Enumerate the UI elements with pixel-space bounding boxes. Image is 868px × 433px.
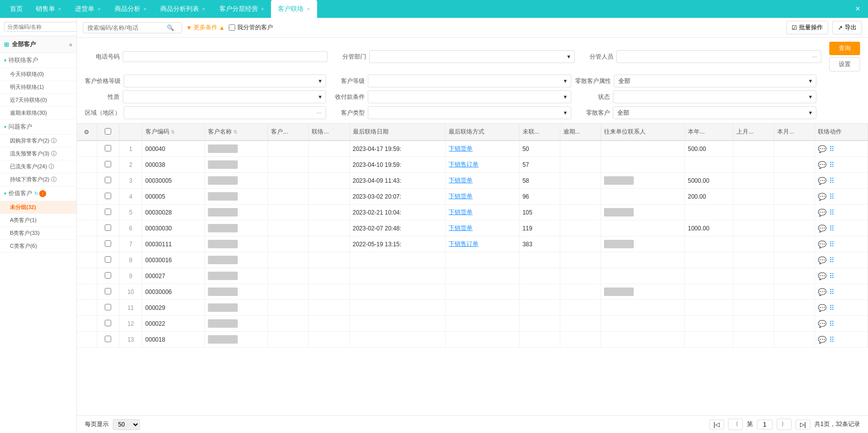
td-checkbox[interactable] [97, 284, 119, 300]
more-icon[interactable]: ⠿ [829, 256, 834, 264]
chat-icon[interactable]: 💬 [818, 209, 826, 216]
sidebar-item-today[interactable]: 今天待联络(0) [0, 68, 76, 81]
sidebar-all-customers[interactable]: ⊞ 全部客户 « [0, 36, 76, 53]
td-checkbox[interactable] [97, 220, 119, 236]
more-icon[interactable]: ⠿ [829, 272, 834, 280]
close-tab-analysis-list[interactable]: × [202, 6, 205, 12]
more-icon[interactable]: ⠿ [829, 145, 834, 153]
filter-sparse-attr-select[interactable]: 全部▾ [614, 74, 816, 87]
th-last-date[interactable]: 最后联络日期 [349, 124, 446, 141]
nav-tab-analysis[interactable]: 商品分析 × [108, 0, 153, 18]
chat-icon[interactable]: 💬 [818, 193, 826, 201]
nav-tab-analysis-list[interactable]: 商品分析列表 × [153, 0, 212, 18]
row-checkbox[interactable] [105, 336, 111, 342]
td-checkbox[interactable] [97, 268, 119, 284]
next-page-button[interactable]: 〉 [777, 419, 792, 430]
filter-nature-select[interactable]: ▾ [123, 90, 326, 103]
nav-tab-customer-contact[interactable]: 客户联络 × [271, 0, 317, 18]
more-icon[interactable]: ⠿ [829, 161, 834, 169]
row-checkbox[interactable] [105, 145, 111, 151]
th-checkbox[interactable] [97, 124, 119, 141]
filter-more-conditions[interactable]: ▼ 更多条件 ▲ [186, 23, 225, 32]
chat-icon[interactable]: 💬 [818, 177, 826, 185]
prev-page-button[interactable]: 〈 [728, 419, 743, 430]
td-checkbox[interactable] [97, 332, 119, 348]
filter-person-select[interactable]: ··· [616, 50, 821, 63]
th-settings[interactable]: ⚙ [77, 124, 97, 141]
row-checkbox[interactable] [105, 224, 111, 231]
more-icon[interactable]: ⠿ [829, 336, 834, 344]
more-icon[interactable]: ⠿ [829, 288, 834, 296]
more-icon[interactable]: ⠿ [829, 177, 834, 185]
th-contact[interactable]: 联络... [309, 124, 349, 141]
first-page-button[interactable]: |◁ [709, 420, 724, 430]
row-checkbox[interactable] [105, 320, 111, 326]
filter-customer-level-select[interactable]: ▾ [368, 74, 571, 87]
row-checkbox[interactable] [105, 193, 111, 199]
filter-phone-input[interactable] [123, 51, 328, 62]
td-checkbox[interactable] [97, 141, 119, 157]
th-type[interactable]: 客户... [268, 124, 309, 141]
td-last-method[interactable]: 下销货单 [446, 189, 519, 205]
filter-search-input[interactable] [87, 24, 167, 31]
page-size-select[interactable]: 50 100 200 [113, 419, 140, 430]
td-checkbox[interactable] [97, 189, 119, 205]
my-customers-checkbox[interactable] [229, 24, 235, 31]
th-this-month[interactable]: 本月... [774, 124, 815, 141]
sidebar-item-ungroup[interactable]: 未分组(32) [0, 201, 76, 214]
sidebar-item-tomorrow[interactable]: 明天待联络(1) [0, 81, 76, 94]
filter-price-level-select[interactable]: ▾ [124, 74, 326, 87]
td-checkbox[interactable] [97, 205, 119, 220]
filter-customer-type-select[interactable]: ▾ [368, 106, 571, 119]
td-last-method[interactable]: 下销售订单 [446, 157, 519, 173]
batch-operation-button[interactable]: ☑ 批量操作 [786, 21, 828, 34]
sidebar-item-abnormal[interactable]: 因购异常客户(2) ⓘ [0, 135, 76, 147]
export-button[interactable]: ↗ 导出 [832, 21, 862, 34]
th-name[interactable]: 客户名称 ⇅ [205, 124, 268, 141]
filter-search-icon[interactable]: 🔍 [167, 24, 174, 31]
window-close-button[interactable]: × [852, 4, 864, 13]
chat-icon[interactable]: 💬 [818, 161, 826, 169]
sidebar-group-pending[interactable]: ▾ 待联络客户 [0, 53, 76, 68]
td-checkbox[interactable] [97, 157, 119, 173]
td-last-method[interactable]: 下销货单 [446, 205, 519, 220]
row-checkbox[interactable] [105, 288, 111, 294]
sidebar-item-declining[interactable]: 持续下滑客户(2) ⓘ [0, 173, 76, 186]
th-unit-contact[interactable]: 往来单位联系人 [601, 124, 684, 141]
filter-status-select[interactable]: ▾ [613, 90, 816, 103]
td-last-method[interactable]: 下销货单 [446, 173, 519, 189]
row-checkbox[interactable] [105, 240, 111, 247]
th-code[interactable]: 客户编码 ⇅ [142, 124, 204, 141]
th-uncontact[interactable]: 未联... [519, 124, 560, 141]
sidebar-item-churn-warn[interactable]: 流失预警客户(3) ⓘ [0, 147, 76, 160]
td-checkbox[interactable] [97, 173, 119, 189]
more-icon[interactable]: ⠿ [829, 193, 834, 201]
close-tab-analysis[interactable]: × [143, 6, 146, 12]
chat-icon[interactable]: 💬 [818, 272, 826, 280]
reset-button[interactable]: 设置 [829, 57, 860, 72]
filter-search-box[interactable]: 🔍 [83, 22, 182, 33]
sidebar-item-7days[interactable]: 近7天待联络(0) [0, 94, 76, 107]
select-all-checkbox[interactable] [105, 128, 111, 135]
row-checkbox[interactable] [105, 209, 111, 215]
query-button[interactable]: 查询 [829, 42, 860, 55]
nav-tab-sales[interactable]: 销售单 × [29, 0, 68, 18]
chat-icon[interactable]: 💬 [818, 320, 826, 328]
more-icon[interactable]: ⠿ [829, 240, 834, 248]
sidebar-group-problem[interactable]: ▾ 问题客户 [0, 120, 76, 135]
sidebar-group-value[interactable]: ▾ 价值客户 ↻ ! [0, 186, 76, 201]
chat-icon[interactable]: 💬 [818, 145, 826, 153]
sidebar-search-input[interactable] [4, 22, 77, 32]
sidebar-item-class-b[interactable]: B类客户(33) [0, 227, 76, 240]
td-checkbox[interactable] [97, 252, 119, 268]
refresh-icon[interactable]: ↻ [34, 191, 38, 196]
last-page-button[interactable]: ▷| [796, 420, 810, 430]
th-last-method[interactable]: 最后联络方式 [446, 124, 519, 141]
sidebar-collapse-icon[interactable]: « [69, 41, 72, 48]
chat-icon[interactable]: 💬 [818, 256, 826, 264]
filter-sparse-customer-select[interactable]: 全部▾ [613, 106, 816, 119]
filter-dept-select[interactable]: ▾ [369, 50, 574, 63]
row-checkbox[interactable] [105, 161, 111, 167]
sidebar-item-overdue[interactable]: 逾期未联络(30) [0, 107, 76, 120]
row-checkbox[interactable] [105, 256, 111, 263]
